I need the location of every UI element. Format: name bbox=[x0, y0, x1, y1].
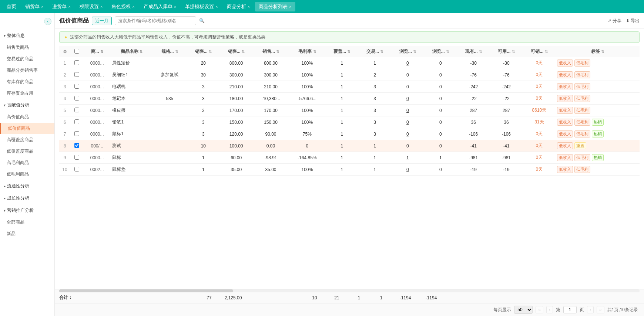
close-icon[interactable]: × bbox=[289, 4, 291, 9]
row-current: -76 bbox=[457, 69, 490, 81]
row-name[interactable]: 鼠标1 bbox=[111, 128, 152, 140]
share-button[interactable]: ↗ 分享 bbox=[608, 18, 621, 24]
nav-product-analysis-list[interactable]: 商品分析列表 × bbox=[255, 2, 295, 11]
row-select-checkbox[interactable] bbox=[74, 155, 79, 160]
row-name[interactable]: 测试 bbox=[111, 140, 152, 152]
gear-icon[interactable]: ⚙ bbox=[63, 49, 67, 54]
tag-low-margin: 低毛利 bbox=[574, 119, 590, 126]
select-all-checkbox[interactable] bbox=[74, 49, 79, 54]
table-wrapper[interactable]: ⚙ 商... ⇅ 商品名称 ⇅ 规格... ⇅ 销售... ⇅ 销售... ⇅ … bbox=[55, 46, 644, 289]
nav-product-analysis[interactable]: 商品分析 × bbox=[223, 2, 254, 11]
row-select-checkbox[interactable] bbox=[74, 84, 79, 89]
sidebar-item-high-margin[interactable]: 高毛利商品 bbox=[0, 157, 54, 169]
close-icon[interactable]: × bbox=[174, 4, 176, 9]
search-input[interactable] bbox=[115, 16, 196, 25]
sidebar-item-category-sales[interactable]: 商品分类销售率 bbox=[0, 65, 54, 76]
close-icon[interactable]: × bbox=[132, 4, 134, 9]
close-icon[interactable]: × bbox=[68, 4, 70, 9]
row-browse1[interactable]: 0 bbox=[391, 57, 424, 69]
nav-home[interactable]: 首页 bbox=[3, 2, 20, 11]
sidebar-item-all-products[interactable]: 全部商品 bbox=[0, 217, 54, 228]
search-icon[interactable]: 🔍 bbox=[199, 18, 205, 23]
sidebar-item-low-coverage[interactable]: 低覆盖度商品 bbox=[0, 146, 54, 157]
row-checkbox[interactable] bbox=[70, 69, 83, 81]
row-select-checkbox[interactable] bbox=[74, 96, 79, 101]
row-select-checkbox[interactable] bbox=[74, 143, 79, 148]
nav-permission[interactable]: 权限设置 × bbox=[76, 2, 106, 11]
row-checkbox[interactable] bbox=[70, 105, 83, 116]
col-settings[interactable]: ⚙ bbox=[59, 46, 70, 57]
row-name[interactable]: 笔记本 bbox=[111, 93, 152, 105]
row-browse1[interactable]: 1 bbox=[391, 152, 424, 164]
row-name[interactable]: 鼠标 bbox=[111, 152, 152, 164]
sidebar-item-stock-capital[interactable]: 库存资金占用 bbox=[0, 88, 54, 99]
sidebar-group-contribution[interactable]: ▾ 贡献值分析 bbox=[0, 99, 54, 111]
nav-sales-order[interactable]: 销货单 × bbox=[21, 2, 47, 11]
col-checkbox[interactable] bbox=[70, 46, 83, 57]
nav-role-auth[interactable]: 角色授权 × bbox=[108, 2, 138, 11]
row-name[interactable]: 橡皮擦 bbox=[111, 105, 152, 116]
row-select-checkbox[interactable] bbox=[74, 131, 79, 136]
sidebar-item-sales-products[interactable]: 销售类商品 bbox=[0, 42, 54, 53]
row-select-checkbox[interactable] bbox=[74, 167, 79, 171]
close-icon[interactable]: × bbox=[100, 4, 103, 9]
row-name[interactable]: 属性定价 bbox=[111, 57, 152, 69]
row-browse1[interactable]: 0 bbox=[391, 128, 424, 140]
sidebar-group-growth[interactable]: ▸ 成长性分析 bbox=[0, 192, 54, 204]
nav-product-warehouse[interactable]: 产成品入库单 × bbox=[140, 2, 180, 11]
row-spec bbox=[152, 116, 187, 128]
row-checkbox[interactable] bbox=[70, 81, 83, 93]
row-select-checkbox[interactable] bbox=[74, 60, 79, 65]
row-checkbox[interactable] bbox=[70, 140, 83, 152]
first-page-button[interactable]: « bbox=[536, 306, 543, 313]
row-select-checkbox[interactable] bbox=[74, 108, 79, 112]
row-browse1[interactable]: 0 bbox=[391, 105, 424, 116]
row-checkbox[interactable] bbox=[70, 116, 83, 128]
sidebar-group-marketing[interactable]: ▾ 营销推广分析 bbox=[0, 204, 54, 217]
sidebar-item-stock-products[interactable]: 有库存的商品 bbox=[0, 76, 54, 88]
export-button[interactable]: ⬇ 导出 bbox=[626, 18, 640, 24]
row-cover: 1 bbox=[325, 105, 358, 116]
row-browse1[interactable]: 0 bbox=[391, 93, 424, 105]
prev-page-button[interactable]: ‹ bbox=[546, 306, 553, 313]
row-browse1[interactable]: 0 bbox=[391, 69, 424, 81]
nav-purchase-order[interactable]: 进货单 × bbox=[48, 2, 74, 11]
row-checkbox[interactable] bbox=[70, 152, 83, 164]
sidebar-item-new-products[interactable]: 新品 bbox=[0, 228, 54, 239]
row-checkbox[interactable] bbox=[70, 164, 83, 176]
close-icon[interactable]: × bbox=[41, 4, 43, 9]
row-checkbox[interactable] bbox=[70, 57, 83, 69]
sidebar-item-low-value[interactable]: 低价值商品 bbox=[0, 123, 54, 134]
sidebar-group-circulation[interactable]: ▸ 流通性分析 bbox=[0, 180, 54, 192]
total-qty: 77 bbox=[200, 295, 218, 300]
period-tag-button[interactable]: 近一月 bbox=[92, 17, 112, 25]
sidebar-item-low-margin[interactable]: 低毛利商品 bbox=[0, 169, 54, 180]
row-name[interactable]: 电话机 bbox=[111, 81, 152, 93]
row-name[interactable]: 吴细细1 bbox=[111, 69, 152, 81]
sidebar-collapse-button[interactable]: ‹ bbox=[44, 18, 51, 25]
row-checkbox[interactable] bbox=[70, 128, 83, 140]
row-browse1[interactable]: 0 bbox=[391, 164, 424, 176]
row-checkbox[interactable] bbox=[70, 93, 83, 105]
row-browse1[interactable]: 0 bbox=[391, 140, 424, 152]
row-select-checkbox[interactable] bbox=[74, 119, 79, 124]
sidebar-group-overall[interactable]: ▾ 整体信息 bbox=[0, 30, 54, 42]
row-select-checkbox[interactable] bbox=[74, 72, 79, 77]
close-icon[interactable]: × bbox=[248, 4, 250, 9]
close-icon[interactable]: × bbox=[215, 4, 218, 9]
row-name[interactable]: 铅笔1 bbox=[111, 116, 152, 128]
next-page-button[interactable]: › bbox=[587, 306, 594, 313]
last-page-button[interactable]: » bbox=[597, 306, 604, 313]
page-input[interactable] bbox=[563, 306, 577, 313]
nav-template-setting[interactable]: 单据模板设置 × bbox=[181, 2, 221, 11]
sidebar-item-high-value[interactable]: 高价值商品 bbox=[0, 111, 54, 123]
row-name[interactable]: 鼠标垫 bbox=[111, 164, 152, 176]
row-sales-amt: 210.00 bbox=[220, 81, 253, 93]
col-browse1: 浏览... ⇅ bbox=[391, 46, 424, 57]
page-size-select[interactable]: 50 100 200 bbox=[514, 306, 533, 314]
sidebar-item-high-coverage[interactable]: 高覆盖度商品 bbox=[0, 134, 54, 146]
row-browse1[interactable]: 0 bbox=[391, 116, 424, 128]
sidebar-item-traded-products[interactable]: 交易过的商品 bbox=[0, 53, 54, 65]
row-browse1[interactable]: 0 bbox=[391, 81, 424, 93]
row-sales-avg: 300.00 bbox=[253, 69, 289, 81]
